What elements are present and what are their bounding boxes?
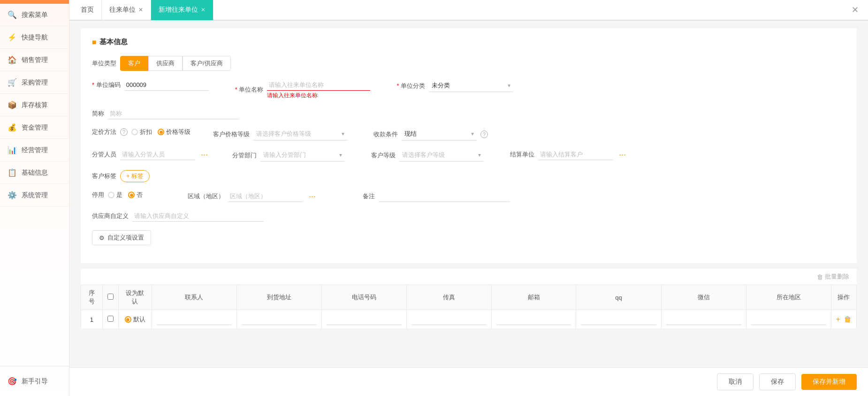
td-phone[interactable] — [321, 310, 406, 329]
sidebar-item-system[interactable]: ⚙️ 系统管理 — [0, 184, 69, 207]
unit-type-customer-btn[interactable]: 客户 — [120, 56, 148, 71]
beginner-icon: 🎯 — [8, 377, 17, 386]
default-radio[interactable]: 默认 — [123, 315, 147, 324]
sidebar-item-quick-nav[interactable]: ⚡ 快捷导航 — [0, 26, 69, 49]
td-email[interactable] — [491, 310, 576, 329]
wechat-input[interactable] — [666, 314, 741, 325]
default-circle — [125, 316, 131, 323]
td-contact[interactable] — [152, 310, 236, 329]
table-region-input[interactable] — [751, 314, 826, 325]
tab-new-partner-close[interactable]: ✕ — [201, 7, 206, 13]
tab-home[interactable]: 首页 — [73, 0, 102, 20]
th-qq: qq — [576, 285, 661, 310]
sidebar-item-label: 采购管理 — [22, 78, 48, 87]
system-icon: ⚙️ — [8, 191, 17, 200]
settlement-more-icon[interactable]: ··· — [617, 150, 628, 160]
fax-input[interactable] — [411, 314, 487, 325]
supplier-custom-input[interactable] — [132, 210, 264, 222]
sidebar-item-finance[interactable]: 💰 资金管理 — [0, 116, 69, 139]
tab-partner-label: 往来单位 — [109, 6, 136, 14]
tab-partner-close[interactable]: ✕ — [138, 7, 143, 13]
add-row-button[interactable]: + — [836, 315, 840, 324]
th-actions: 操作 — [831, 285, 856, 310]
unit-type-group: 单位类型 客户 供应商 客户/供应商 — [92, 56, 231, 71]
unit-category-group: * 单位分类 未分类 ▾ — [396, 79, 513, 92]
disabled-radio-group: 是 否 — [108, 191, 143, 199]
cancel-button[interactable]: 取消 — [717, 373, 754, 390]
tab-new-partner-label: 新增往来单位 — [159, 6, 198, 14]
manager-input[interactable] — [120, 149, 195, 160]
td-address[interactable] — [236, 310, 321, 329]
email-input[interactable] — [496, 314, 571, 325]
sidebar-item-inventory[interactable]: 📦 库存核算 — [0, 94, 69, 116]
td-qq[interactable] — [576, 310, 661, 329]
address-input[interactable] — [242, 314, 317, 325]
tab-new-partner[interactable]: 新增往来单位 ✕ — [151, 0, 213, 20]
qq-input[interactable] — [581, 314, 656, 325]
pricing-discount-radio[interactable]: 折扣 — [131, 128, 152, 136]
sidebar-item-search[interactable]: 🔍 搜索菜单 — [0, 4, 69, 26]
th-checkbox — [102, 285, 118, 310]
tab-bar: 首页 往来单位 ✕ 新增往来单位 ✕ ✕ — [69, 0, 868, 21]
unit-name-error: 请输入往来单位名称 — [267, 92, 370, 100]
disabled-no-radio[interactable]: 否 — [128, 191, 143, 199]
sidebar-item-base-info[interactable]: 📋 基础信息 — [0, 162, 69, 184]
sidebar-item-purchase[interactable]: 🛒 采购管理 — [0, 71, 69, 94]
td-wechat[interactable] — [661, 310, 746, 329]
contact-input[interactable] — [157, 314, 232, 325]
pricing-level-radio[interactable]: 价格等级 — [158, 128, 190, 136]
delete-row-button[interactable]: 🗑 — [844, 315, 852, 324]
remark-input[interactable] — [379, 191, 510, 202]
th-region: 所在地区 — [746, 285, 831, 310]
base-info-icon: 📋 — [8, 168, 17, 177]
manager-more-icon[interactable]: ··· — [199, 150, 210, 160]
region-input[interactable] — [228, 191, 303, 202]
th-email: 邮箱 — [491, 285, 576, 310]
department-group: 分管部门 请输入分管部门 ▾ — [232, 149, 345, 162]
search-icon: 🔍 — [8, 10, 17, 19]
td-region[interactable] — [746, 310, 831, 329]
select-all-checkbox[interactable] — [107, 294, 114, 300]
th-default: 设为默认 — [118, 285, 152, 310]
sidebar-item-sales[interactable]: 🏠 销售管理 — [0, 49, 69, 71]
unit-code-input[interactable] — [124, 79, 209, 91]
unit-code-group: * 单位编码 — [92, 79, 209, 91]
customer-level-select[interactable]: 请选择客户等级 ▾ — [399, 149, 484, 162]
manager-row: 分管人员 ··· 分管部门 请输入分管部门 ▾ 客户等级 请选择客户等级 ▾ — [92, 149, 845, 162]
contacts-table-container: 🗑 批量删除 序号 设为默认 联系人 到货地址 电话号码 传真 邮箱 qq — [81, 269, 857, 329]
settlement-unit-input[interactable] — [538, 149, 613, 160]
unit-type-both-btn[interactable]: 客户/供应商 — [183, 56, 231, 71]
department-select[interactable]: 请输入分管部门 ▾ — [260, 149, 345, 162]
section-title-text: 基本信息 — [99, 38, 128, 47]
region-more-icon[interactable]: ··· — [307, 192, 318, 202]
pricing-radio-group: 折扣 价格等级 — [131, 128, 190, 136]
unit-name-group: * 单位名称 请输入往来单位名称 — [235, 79, 371, 100]
abbreviation-input[interactable] — [108, 108, 239, 119]
save-and-new-button[interactable]: 保存并新增 — [801, 374, 857, 390]
row-checkbox[interactable] — [107, 316, 114, 322]
customer-price-level-select[interactable]: 请选择客户价格等级 ▾ — [253, 128, 347, 140]
sidebar: 🔍 搜索菜单 ⚡ 快捷导航 🏠 销售管理 🛒 采购管理 📦 库存核算 💰 资金管… — [0, 0, 69, 396]
sidebar-item-beginner[interactable]: 🎯 新手引导 — [0, 370, 69, 392]
pricing-help-icon[interactable]: ? — [120, 128, 128, 136]
unit-type-supplier-btn[interactable]: 供应商 — [148, 56, 183, 71]
close-all-tabs-button[interactable]: ✕ — [846, 5, 864, 15]
batch-delete-button[interactable]: 🗑 批量删除 — [817, 272, 849, 281]
basic-info-card: ■ 基本信息 单位类型 客户 供应商 客户/供应商 * — [81, 28, 857, 263]
payment-help-icon[interactable]: ? — [480, 131, 488, 138]
sidebar-item-operations[interactable]: 📊 经营管理 — [0, 139, 69, 162]
delete-icon: 🗑 — [817, 273, 823, 280]
save-button[interactable]: 保存 — [759, 373, 796, 390]
unit-category-select[interactable]: 未分类 ▾ — [429, 79, 513, 92]
phone-input[interactable] — [327, 314, 402, 325]
tab-partner[interactable]: 往来单位 ✕ — [102, 0, 151, 20]
disabled-yes-radio[interactable]: 是 — [108, 191, 122, 199]
customer-price-level-label: 客户价格等级 — [213, 130, 250, 139]
add-tag-button[interactable]: + 标签 — [120, 170, 150, 182]
unit-name-input[interactable] — [267, 79, 370, 91]
td-fax[interactable] — [406, 310, 491, 329]
sidebar-item-label: 经营管理 — [22, 146, 48, 155]
custom-settings-button[interactable]: ⚙ 自定义项设置 — [92, 230, 151, 245]
contacts-table: 序号 设为默认 联系人 到货地址 电话号码 传真 邮箱 qq 微信 所在地区 操… — [81, 285, 857, 329]
payment-terms-select[interactable]: 现结 ▾ — [402, 128, 477, 140]
